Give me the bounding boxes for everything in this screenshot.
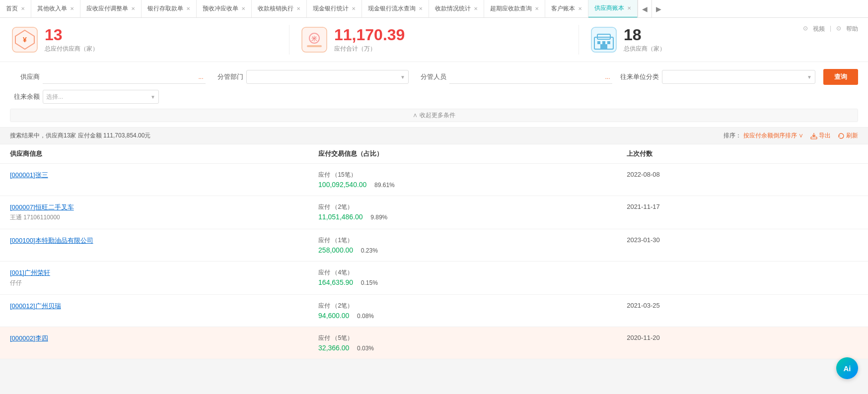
- supplier-info-0: [000001]张三: [10, 171, 318, 180]
- summary-card-payable-suppliers: ¥ 13 总应付供应商（家）: [10, 25, 279, 55]
- refresh-button[interactable]: 刷新: [838, 131, 858, 140]
- balance-select[interactable]: 选择... ▼: [43, 90, 159, 104]
- result-bar: 搜索结果中，供应商13家 应付金额 111,703,854.00元 排序： 按应…: [0, 128, 868, 144]
- close-icon[interactable]: ✕: [535, 6, 539, 11]
- nav-tab-bank-deposit[interactable]: 银行存取款单 ✕: [142, 0, 197, 18]
- chevron-down-icon: ▼: [400, 74, 405, 80]
- payable-info-3: 应付 （4笔） 164,635.90 0.15%: [318, 268, 627, 286]
- payable-info-1: 应付 （2笔） 11,051,486.00 9.89%: [318, 203, 627, 221]
- close-icon[interactable]: ✕: [70, 6, 74, 11]
- close-icon[interactable]: ✕: [419, 6, 423, 11]
- filter-area: 供应商 ... 分管部门 ▼ 分管人员 ... 往来单位分类: [0, 62, 868, 128]
- category-select[interactable]: ▼: [662, 70, 816, 84]
- query-button[interactable]: 查询: [823, 69, 858, 85]
- close-icon[interactable]: ✕: [21, 6, 25, 11]
- amount-link-2[interactable]: 258,000.00: [318, 246, 353, 254]
- total-suppliers-label: 总供应商（家）: [624, 45, 665, 53]
- payable-info-2: 应付 （1笔） 258,000.00 0.23%: [318, 236, 627, 254]
- last-date-5: 2020-11-20: [627, 334, 858, 341]
- amount-link-1[interactable]: 11,051,486.00: [318, 213, 363, 221]
- export-button[interactable]: 导出: [810, 131, 831, 140]
- table-row: [000001]张三 应付 （15笔） 100,092,540.00 89.61…: [0, 164, 868, 196]
- close-icon[interactable]: ✕: [186, 6, 190, 11]
- supplier-link-0[interactable]: [000001]张三: [10, 171, 48, 179]
- divider-1: [289, 25, 289, 55]
- supplier-info-4: [000012]广州贝瑞: [10, 302, 318, 311]
- nav-tab-collection-stat[interactable]: 收款情况统计 ✕: [429, 0, 484, 18]
- payable-total-label: 应付合计（万）: [334, 45, 405, 53]
- summary-bar: ¥ 13 总应付供应商（家） 米 11,170.39 应付合计（万）: [0, 18, 868, 62]
- person-input[interactable]: [451, 71, 605, 82]
- filter-row-2: 往来余额 选择... ▼: [10, 90, 159, 104]
- close-icon[interactable]: ✕: [241, 6, 245, 11]
- table-row: [001]广州荣轩 仔仔 应付 （4笔） 164,635.90 0.15%: [0, 262, 868, 295]
- supplier-link-5[interactable]: [000002]李四: [10, 334, 48, 342]
- nav-tab-cash-bank-flow[interactable]: 现金银行流水查询 ✕: [362, 0, 429, 18]
- filter-row-1: 供应商 ... 分管部门 ▼ 分管人员 ... 往来单位分类: [10, 69, 858, 85]
- filter-dept: 分管部门 ▼: [214, 70, 409, 84]
- amount-link-3[interactable]: 164,635.90: [318, 278, 353, 286]
- amount-link-5[interactable]: 32,366.00: [318, 344, 349, 352]
- nav-arrow-right[interactable]: ▶: [651, 0, 665, 18]
- amount-link-4[interactable]: 94,600.00: [318, 312, 349, 320]
- supplier-info-5: [000002]李四: [10, 334, 318, 343]
- svg-text:米: 米: [311, 35, 317, 42]
- close-icon[interactable]: ✕: [578, 6, 582, 11]
- total-suppliers-count: 18: [624, 27, 665, 43]
- supplier-info-2: [000100]本特勤油品有限公司: [10, 236, 318, 245]
- video-link[interactable]: 视频: [813, 25, 825, 33]
- payable-info-0: 应付 （15笔） 100,092,540.00 89.61%: [318, 171, 627, 189]
- person-dots-icon: ...: [605, 73, 610, 80]
- close-icon[interactable]: ✕: [474, 6, 478, 11]
- nav-tab-supplier-ledger[interactable]: 供应商账本 ✕: [588, 0, 638, 18]
- nav-arrow-left[interactable]: ◀: [638, 0, 651, 18]
- dept-filter-label: 分管部门: [214, 72, 243, 81]
- supplier-info-3: [001]广州荣轩 仔仔: [10, 268, 318, 287]
- supplier-link-1[interactable]: [000007]恒旺二手叉车: [10, 203, 74, 211]
- svg-rect-11: [602, 41, 605, 44]
- col-header-supplier: 供应商信息: [10, 149, 318, 158]
- amount-link-0[interactable]: 100,092,540.00: [318, 181, 366, 189]
- nav-tab-ar-ap-adjust[interactable]: 应收应付调整单 ✕: [80, 0, 142, 18]
- collapse-conditions-button[interactable]: ∧ 收起更多条件: [10, 109, 858, 122]
- supplier-link-3[interactable]: [001]广州荣轩: [10, 269, 50, 276]
- svg-text:¥: ¥: [23, 36, 27, 44]
- chevron-down-icon-2: ▼: [807, 74, 812, 80]
- dept-select[interactable]: ▼: [246, 70, 409, 84]
- supplier-dots-icon: ...: [198, 73, 203, 80]
- nav-tab-overdue-ar[interactable]: 超期应收款查询 ✕: [484, 0, 545, 18]
- close-icon[interactable]: ✕: [131, 6, 135, 11]
- svg-rect-10: [597, 41, 600, 44]
- nav-tab-prepay-ar[interactable]: 预收冲应收单 ✕: [197, 0, 252, 18]
- nav-tab-customer-ledger[interactable]: 客户账本 ✕: [545, 0, 588, 18]
- nav-tab-other-income[interactable]: 其他收入单 ✕: [31, 0, 80, 18]
- nav-tab-collection-verify[interactable]: 收款核销执行 ✕: [252, 0, 307, 18]
- supplier-link-4[interactable]: [000012]广州贝瑞: [10, 302, 61, 310]
- circle-icon: ⊙: [803, 25, 808, 33]
- last-date-2: 2023-01-30: [627, 236, 858, 244]
- nav-tab-home[interactable]: 首页 ✕: [0, 0, 31, 18]
- supplier-link-2[interactable]: [000100]本特勤油品有限公司: [10, 237, 93, 244]
- export-icon: [810, 132, 817, 139]
- category-filter-label: 往来单位分类: [620, 72, 659, 81]
- supplier-input[interactable]: [45, 71, 198, 82]
- close-icon[interactable]: ✕: [296, 6, 300, 11]
- payable-suppliers-count: 13: [45, 27, 98, 43]
- last-date-1: 2021-11-17: [627, 203, 858, 210]
- last-date-4: 2021-03-25: [627, 302, 858, 309]
- help-link[interactable]: 帮助: [846, 25, 858, 33]
- payable-info-5: 应付 （5笔） 32,366.00 0.03%: [318, 334, 627, 352]
- col-header-payable: 应付交易信息（占比）: [318, 149, 627, 158]
- table-row: [000002]李四 应付 （5笔） 32,366.00 0.03% 2020-…: [0, 327, 868, 359]
- total-suppliers-icon: [589, 25, 619, 55]
- close-icon[interactable]: ✕: [627, 5, 631, 11]
- table-row: [000100]本特勤油品有限公司 应付 （1笔） 258,000.00 0.2…: [0, 229, 868, 262]
- sort-value[interactable]: 按应付余额倒序排序: [743, 132, 797, 139]
- nav-tab-cash-bank-stat[interactable]: 现金银行统计 ✕: [307, 0, 362, 18]
- close-icon[interactable]: ✕: [352, 6, 356, 11]
- divider-2: [579, 25, 579, 55]
- svg-rect-14: [811, 137, 817, 139]
- payable-total-amount: 11,170.39: [334, 27, 405, 43]
- filter-person: 分管人员 ...: [417, 70, 612, 84]
- last-date-0: 2022-08-08: [627, 171, 858, 178]
